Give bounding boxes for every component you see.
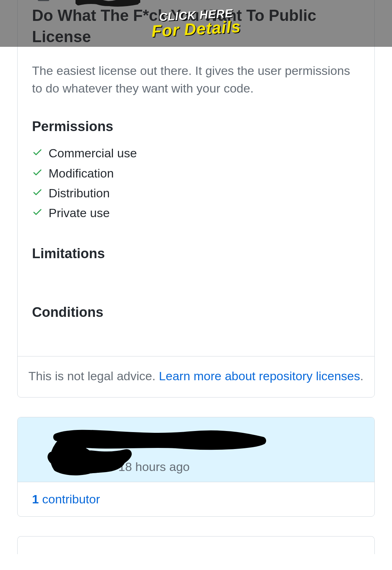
learn-more-link[interactable]: Learn more about repository licenses [159,369,360,383]
redaction-scribble [39,421,269,479]
contributors-link[interactable]: 1 contributor [32,492,100,506]
permission-item: Distribution [32,184,360,202]
conditions-empty [18,324,374,356]
permission-item: Commercial use [32,144,360,162]
check-icon [32,184,43,202]
license-info-card: Do What The F*ck You Want To Public Lice… [17,0,375,398]
permission-item: Modification [32,165,360,182]
permission-label: Distribution [49,184,110,202]
permissions-heading: Permissions [18,112,374,138]
disclaimer-prefix: This is not legal advice. [28,369,159,383]
limitations-empty [18,265,374,297]
limitations-heading: Limitations [18,239,374,265]
permission-label: Commercial use [49,144,137,162]
contributors-section: 1 contributor [18,482,374,516]
check-icon [32,204,43,222]
check-icon [32,144,43,162]
commit-header: 18 hours ago [18,417,374,482]
permission-label: Modification [49,165,114,182]
next-card-partial [17,536,375,554]
contributor-count: 1 [32,492,39,506]
check-icon [32,165,43,182]
contributor-label: contributor [39,492,100,506]
permission-label: Private use [49,204,110,222]
conditions-heading: Conditions [18,297,374,324]
commit-info-card: 18 hours ago 1 contributor [17,417,375,517]
ad-overlay-banner[interactable]: CLICK HERE For Details [0,0,392,47]
license-description: The easiest license out there. It gives … [18,51,374,112]
permissions-list: Commercial use Modification Distribution… [18,138,374,238]
license-disclaimer: This is not legal advice. Learn more abo… [18,356,374,397]
disclaimer-suffix: . [360,369,363,383]
permission-item: Private use [32,204,360,222]
